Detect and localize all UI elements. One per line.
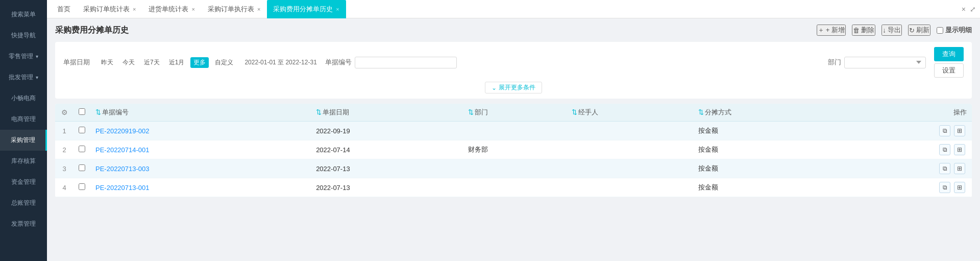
tab-label: 采购费用分摊单历史 xyxy=(273,5,333,14)
date-range-display: 2022-01-01 至 2022-12-31 xyxy=(244,58,316,67)
sidebar-item-purchase[interactable]: 采购管理 xyxy=(0,130,47,151)
tab-close-icon[interactable]: × xyxy=(257,6,260,12)
row-checkbox-cell[interactable] xyxy=(74,159,90,178)
sidebar-item-inventory[interactable]: 库存核算 xyxy=(0,151,47,172)
page-title: 采购费用分摊单历史 xyxy=(55,25,129,36)
op-detail-button[interactable]: ⊞ xyxy=(954,144,965,155)
sidebar-item-label: 总账管理 xyxy=(2,199,45,207)
tab-close-icon[interactable]: × xyxy=(336,6,339,12)
page-content: 采购费用分摊单历史 ＋ + 新增 🗑 删除 ↓ 导出 ↻ 刷新 xyxy=(47,18,980,261)
row-num: 2 xyxy=(55,140,74,159)
query-button[interactable]: 查询 xyxy=(934,47,964,61)
th-split-method: ⇅分摊方式 xyxy=(693,104,843,122)
settings-gear-icon[interactable]: ⚙ xyxy=(61,108,68,116)
add-button[interactable]: ＋ + 新增 xyxy=(817,25,846,36)
tab-label: 采购订单执行表 xyxy=(208,5,254,14)
doc-no-cell: PE-20220919-002 xyxy=(90,122,311,140)
sidebar-item-invoice[interactable]: 发票管理 xyxy=(0,213,47,234)
op-copy-button[interactable]: ⧉ xyxy=(939,144,950,155)
th-handler: ⇅经手人 xyxy=(567,104,693,122)
data-table: ⚙ ⇅单据编号 ⇅单据日期 ⇅部门 xyxy=(55,104,972,197)
sidebar-item-retail[interactable]: 零售管理 ▾ xyxy=(0,46,47,67)
delete-button[interactable]: 🗑 删除 xyxy=(852,25,875,36)
tab-purchase-stat[interactable]: 采购订单统计表 × xyxy=(77,0,142,18)
tab-label: 首页 xyxy=(57,5,70,14)
close-window-icon[interactable]: × xyxy=(962,5,966,13)
tab-home[interactable]: 首页 xyxy=(51,0,77,18)
doc-date-cell: 2022-07-13 xyxy=(311,178,463,197)
handler-cell xyxy=(567,140,693,159)
doc-no-link[interactable]: PE-20220713-001 xyxy=(95,184,150,192)
op-copy-button[interactable]: ⧉ xyxy=(939,182,950,193)
sidebar-item-search[interactable]: 搜索菜单 xyxy=(0,4,47,25)
table-row: 3 PE-20220713-003 2022-07-13 按金额 ⧉ ⊞ xyxy=(55,159,972,178)
op-detail-button[interactable]: ⊞ xyxy=(954,182,965,193)
sidebar-item-label: 零售管理 ▾ xyxy=(2,52,45,61)
tab-close-icon[interactable]: × xyxy=(133,6,136,12)
date-btn-today[interactable]: 今天 xyxy=(119,57,138,68)
th-op: 操作 xyxy=(843,104,972,122)
toolbar-actions: ＋ + 新增 🗑 删除 ↓ 导出 ↻ 刷新 显示明细 xyxy=(817,25,972,36)
date-btn-7days[interactable]: 近7天 xyxy=(141,57,163,68)
sidebar-item-ecom[interactable]: 电商管理 xyxy=(0,109,47,130)
doc-no-label: 单据编号 xyxy=(325,58,352,67)
sidebar-item-finance[interactable]: 资金管理 xyxy=(0,172,47,193)
tab-inbound-stat[interactable]: 进货单统计表 × xyxy=(142,0,201,18)
show-cols-checkbox[interactable]: 显示明细 xyxy=(937,26,972,35)
sidebar-item-ledger[interactable]: 总账管理 xyxy=(0,193,47,213)
doc-no-input[interactable] xyxy=(355,57,457,68)
op-copy-button[interactable]: ⧉ xyxy=(939,125,950,136)
dept-cell xyxy=(463,122,567,140)
op-detail-button[interactable]: ⊞ xyxy=(954,163,965,174)
split-method-cell: 按金额 xyxy=(693,140,843,159)
sidebar-item-wholesale[interactable]: 批发管理 ▾ xyxy=(0,67,47,88)
select-all-checkbox[interactable] xyxy=(79,108,85,115)
op-copy-button[interactable]: ⧉ xyxy=(939,163,950,174)
op-detail-button[interactable]: ⊞ xyxy=(954,125,965,136)
row-checkbox[interactable] xyxy=(79,127,85,133)
date-btn-more[interactable]: 更多 xyxy=(190,57,209,68)
export-button[interactable]: ↓ 导出 xyxy=(881,25,902,36)
expand-more-button[interactable]: ⌄ 展开更多条件 xyxy=(485,82,542,93)
row-checkbox[interactable] xyxy=(79,164,85,171)
doc-no-link[interactable]: PE-20220714-001 xyxy=(95,146,150,154)
date-btn-1month[interactable]: 近1月 xyxy=(166,57,188,68)
date-btn-yesterday[interactable]: 昨天 xyxy=(98,57,116,68)
refresh-icon: ↻ xyxy=(909,27,915,34)
show-cols-input[interactable] xyxy=(937,27,943,34)
filter-area: 单据日期 昨天 今天 近7天 近1月 更多 自定义 2022-01-01 至 2… xyxy=(55,42,972,99)
dept-cell xyxy=(463,178,567,197)
th-checkbox[interactable] xyxy=(74,104,90,122)
filter-settings-button[interactable]: 设置 xyxy=(934,63,964,78)
row-checkbox-cell[interactable] xyxy=(74,122,90,140)
date-btn-custom[interactable]: 自定义 xyxy=(212,57,236,68)
doc-no-cell: PE-20220713-001 xyxy=(90,178,311,197)
tab-purchase-fee-history[interactable]: 采购费用分摊单历史 × xyxy=(267,0,346,18)
sidebar-item-ecom-small[interactable]: 小畅电商 xyxy=(0,88,47,109)
row-num: 4 xyxy=(55,178,74,197)
th-settings[interactable]: ⚙ xyxy=(55,104,74,122)
table-row: 1 PE-20220919-002 2022-09-19 按金额 ⧉ ⊞ xyxy=(55,122,972,140)
row-checkbox-cell[interactable] xyxy=(74,178,90,197)
doc-no-link[interactable]: PE-20220919-002 xyxy=(95,127,150,135)
restore-window-icon[interactable]: ⤢ xyxy=(970,5,976,13)
refresh-button[interactable]: ↻ 刷新 xyxy=(908,25,930,36)
delete-icon: 🗑 xyxy=(853,27,860,34)
tab-purchase-exec[interactable]: 采购订单执行表 × xyxy=(202,0,267,18)
chevron-down-icon: ⌄ xyxy=(492,84,497,91)
op-cell: ⧉ ⊞ xyxy=(843,122,972,140)
data-table-wrapper: ⚙ ⇅单据编号 ⇅单据日期 ⇅部门 xyxy=(55,104,972,197)
dept-cell xyxy=(463,159,567,178)
tab-close-icon[interactable]: × xyxy=(191,6,194,12)
sidebar-item-quicknav[interactable]: 快捷导航 xyxy=(0,25,47,46)
doc-no-link[interactable]: PE-20220713-003 xyxy=(95,165,150,173)
sidebar-item-label: 电商管理 xyxy=(2,115,45,124)
tabs-actions: × ⤢ xyxy=(962,5,976,13)
main-area: 首页 采购订单统计表 × 进货单统计表 × 采购订单执行表 × 采购费用分摊单历… xyxy=(47,0,980,261)
table-row: 4 PE-20220713-001 2022-07-13 按金额 ⧉ ⊞ xyxy=(55,178,972,197)
dept-select[interactable] xyxy=(844,57,926,68)
row-checkbox[interactable] xyxy=(79,146,85,152)
row-checkbox[interactable] xyxy=(79,183,85,190)
export-icon: ↓ xyxy=(883,27,886,34)
row-checkbox-cell[interactable] xyxy=(74,140,90,159)
